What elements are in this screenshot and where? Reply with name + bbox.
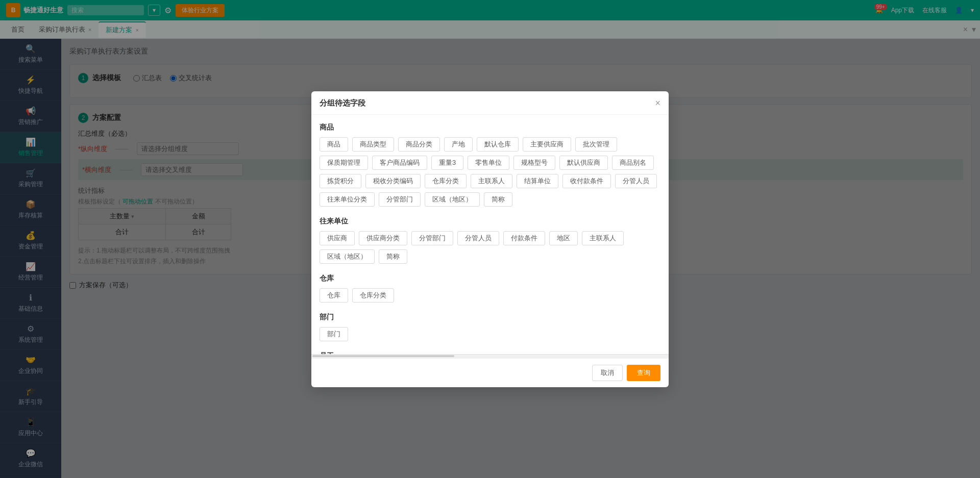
field-tag[interactable]: 区域（地区） — [425, 192, 480, 207]
hscroll-thumb — [312, 355, 454, 357]
field-tag[interactable]: 商品类型 — [352, 137, 394, 152]
field-tag[interactable]: 分管部门 — [379, 192, 421, 207]
field-group-warehouse: 仓库 仓库仓库分类 — [320, 274, 660, 303]
field-group-dept: 部门 部门 — [320, 313, 660, 341]
modal-footer: 取消 查询 — [311, 358, 669, 387]
modal-title: 分组待选字段 — [320, 98, 365, 108]
modal-backdrop: 分组待选字段 × 商品 商品商品类型商品分类产地默认仓库主要供应商批次管理保质期… — [0, 0, 980, 478]
modal-header: 分组待选字段 × — [311, 91, 669, 115]
field-tag[interactable]: 付款条件 — [503, 231, 545, 245]
field-tags-warehouse: 仓库仓库分类 — [320, 288, 660, 303]
field-tag[interactable]: 商品别名 — [612, 156, 654, 170]
field-tag[interactable]: 默认供应商 — [559, 156, 608, 170]
field-tag[interactable]: 商品 — [320, 137, 348, 152]
modal-hscrollbar[interactable] — [311, 354, 669, 358]
field-tag[interactable]: 简称 — [484, 192, 512, 207]
field-group-warehouse-title: 仓库 — [320, 274, 660, 283]
field-group-dept-title: 部门 — [320, 313, 660, 322]
field-tag[interactable]: 商品分类 — [398, 137, 440, 152]
field-tag[interactable]: 主联系人 — [471, 174, 512, 188]
field-tag[interactable]: 仓库分类 — [425, 174, 467, 188]
field-group-goods-title: 商品 — [320, 123, 660, 132]
field-tag[interactable]: 重量3 — [431, 156, 463, 170]
modal-confirm-btn[interactable]: 查询 — [627, 365, 660, 381]
field-tag[interactable]: 简称 — [379, 249, 407, 264]
field-tag[interactable]: 分管人员 — [457, 231, 499, 245]
field-tag[interactable]: 分管人员 — [615, 174, 657, 188]
field-tag[interactable]: 区域（地区） — [320, 249, 375, 264]
field-tag[interactable]: 往来单位分类 — [320, 192, 375, 207]
field-tag[interactable]: 拣货积分 — [320, 174, 361, 188]
field-tag[interactable]: 主联系人 — [582, 231, 624, 245]
field-tag[interactable]: 规格型号 — [513, 156, 555, 170]
field-tag[interactable]: 分管部门 — [411, 231, 453, 245]
field-tags-dept: 部门 — [320, 327, 660, 341]
field-tag[interactable]: 保质期管理 — [320, 156, 368, 170]
field-tag[interactable]: 结算单位 — [517, 174, 558, 188]
field-tag[interactable]: 仓库分类 — [352, 288, 394, 303]
field-select-modal: 分组待选字段 × 商品 商品商品类型商品分类产地默认仓库主要供应商批次管理保质期… — [311, 91, 669, 387]
field-tag[interactable]: 仓库 — [320, 288, 348, 303]
modal-cancel-btn[interactable]: 取消 — [592, 365, 623, 381]
field-tags-goods: 商品商品类型商品分类产地默认仓库主要供应商批次管理保质期管理客户商品编码重量3零… — [320, 137, 660, 207]
field-tag[interactable]: 收付款条件 — [562, 174, 611, 188]
field-tag[interactable]: 地区 — [549, 231, 578, 245]
field-tags-partner: 供应商供应商分类分管部门分管人员付款条件地区主联系人区域（地区）简称 — [320, 231, 660, 264]
modal-close-btn[interactable]: × — [655, 98, 660, 108]
field-tag[interactable]: 供应商分类 — [359, 231, 407, 245]
field-tag[interactable]: 零售单位 — [468, 156, 509, 170]
field-group-goods: 商品 商品商品类型商品分类产地默认仓库主要供应商批次管理保质期管理客户商品编码重… — [320, 123, 660, 207]
field-tag[interactable]: 默认仓库 — [477, 137, 519, 152]
field-tag[interactable]: 税收分类编码 — [365, 174, 421, 188]
modal-body[interactable]: 商品 商品商品类型商品分类产地默认仓库主要供应商批次管理保质期管理客户商品编码重… — [311, 115, 669, 354]
field-tag[interactable]: 批次管理 — [575, 137, 617, 152]
field-tag[interactable]: 客户商品编码 — [372, 156, 427, 170]
field-group-partner-title: 往来单位 — [320, 217, 660, 226]
field-tag[interactable]: 部门 — [320, 327, 348, 341]
field-tag[interactable]: 产地 — [444, 137, 473, 152]
field-tag[interactable]: 供应商 — [320, 231, 355, 245]
field-tag[interactable]: 主要供应商 — [523, 137, 571, 152]
field-group-partner: 往来单位 供应商供应商分类分管部门分管人员付款条件地区主联系人区域（地区）简称 — [320, 217, 660, 264]
